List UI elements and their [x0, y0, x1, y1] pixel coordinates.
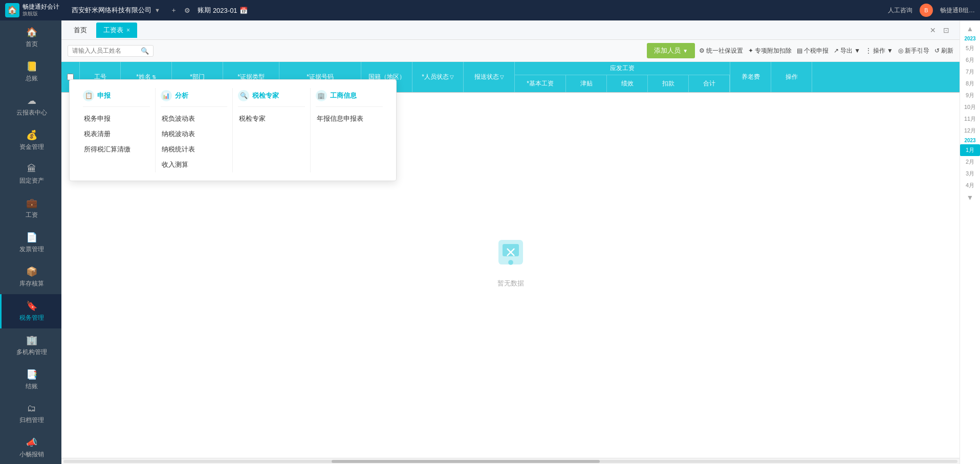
window-close-button[interactable]: ✕ — [928, 25, 938, 35]
toolbar-guide[interactable]: ◎ 新手引导 — [898, 47, 929, 55]
sidebar-item-home[interactable]: 🏠 首页 — [0, 20, 61, 55]
th-salary-group-label: 应发工资 — [515, 62, 730, 75]
timeline-month-10[interactable]: 10月 — [960, 101, 980, 113]
fund-icon: 💰 — [26, 129, 37, 141]
add-company-icon[interactable]: ＋ — [170, 6, 177, 15]
calendar-icon[interactable]: 📅 — [239, 7, 248, 14]
menu-item-tax-stats[interactable]: 纳税统计表 — [161, 142, 228, 157]
guide-toolbar-icon: ◎ — [898, 47, 903, 54]
assets-icon: 🏛 — [27, 164, 36, 174]
search-wrap: 🔍 — [68, 45, 154, 57]
menu-item-tax-declaration[interactable]: 税务申报 — [83, 111, 150, 126]
menu-section-tax-expert-title: 🔍 税检专家 — [238, 88, 305, 107]
export-label: 导出 — [840, 47, 853, 55]
multi-org-icon: 🏢 — [26, 335, 37, 346]
sidebar-item-invoice[interactable]: 📄 发票管理 — [0, 226, 61, 260]
sidebar-label-salary: 工资 — [26, 211, 38, 219]
menu-item-income-tax[interactable]: 所得税汇算清缴 — [83, 142, 150, 157]
add-person-dropdown-icon: ▼ — [683, 48, 688, 54]
company-selector[interactable]: 西安虾米网络科技有限公司 ▼ — [72, 6, 160, 15]
settings-icon[interactable]: ⚙ — [184, 7, 190, 14]
timeline-nav-down[interactable]: ▼ — [965, 191, 976, 204]
sidebar-label-close-accounts: 结账 — [26, 382, 38, 391]
timeline-month-6[interactable]: 6月 — [960, 54, 980, 66]
timeline-month-3[interactable]: 3月 — [960, 168, 980, 180]
sidebar-item-assets[interactable]: 🏛 固定资产 — [0, 158, 61, 191]
app-sub: 旗舰版 — [23, 10, 59, 17]
menu-item-tax-table[interactable]: 税表清册 — [83, 126, 150, 142]
sidebar-label-invoice: 发票管理 — [19, 245, 44, 254]
tabs-bar: 首页 工资表 × ✕ ⊡ — [61, 20, 960, 40]
timeline-month-9[interactable]: 9月 — [960, 90, 980, 101]
sidebar-item-ledger[interactable]: 📒 总账 — [0, 55, 61, 89]
filter-report-icon[interactable]: ▽ — [500, 74, 504, 80]
timeline-month-11[interactable]: 11月 — [960, 113, 980, 125]
sidebar-label-archive: 归档管理 — [19, 416, 44, 425]
tab-salary-sheet[interactable]: 工资表 × — [96, 23, 137, 38]
timeline-month-5[interactable]: 5月 — [960, 42, 980, 54]
sidebar-item-fund[interactable]: 💰 资金管理 — [0, 123, 61, 158]
tab-home[interactable]: 首页 — [67, 23, 94, 38]
bottom-scrollbar[interactable] — [61, 458, 960, 464]
toolbar-export[interactable]: ↗ 导出 ▼ — [834, 47, 860, 55]
declaration-section-icon: 📋 — [83, 90, 94, 101]
sidebar-item-multi-org[interactable]: 🏢 多机构管理 — [0, 328, 61, 363]
toolbar-tax-report[interactable]: ▤ 个税申报 — [797, 47, 829, 55]
toolbar-operations[interactable]: ⋮ 操作 ▼ — [865, 47, 893, 55]
th-performance: 绩效 — [607, 75, 648, 92]
sidebar-label-multi-org: 多机构管理 — [16, 348, 47, 357]
analysis-section-icon: 📊 — [161, 90, 172, 101]
tab-window-controls: ✕ ⊡ — [928, 25, 954, 35]
sidebar-item-inventory[interactable]: 📦 库存核算 — [0, 260, 61, 294]
biz-info-section-icon: 🏢 — [316, 90, 327, 101]
window-restore-button[interactable]: ⊡ — [941, 25, 951, 35]
timeline-month-2[interactable]: 2月 — [960, 156, 980, 168]
add-person-label: 添加人员 — [654, 46, 681, 55]
toolbar-social-security[interactable]: ⚙ 统一社保设置 — [699, 47, 743, 55]
logo-area: 🏠 畅捷通好会计 旗舰版 — [5, 3, 67, 17]
scroll-thumb[interactable] — [332, 460, 600, 463]
tab-close-icon[interactable]: × — [126, 27, 130, 34]
search-input[interactable] — [72, 47, 139, 54]
toolbar-special-deduct[interactable]: ✦ 专项附加扣除 — [748, 47, 792, 55]
salary-icon: 💼 — [26, 197, 37, 209]
menu-item-annual-report[interactable]: 年报信息申报表 — [316, 111, 383, 126]
tax-expert-section-icon: 🔍 — [238, 90, 249, 101]
add-person-button[interactable]: 添加人员 ▼ — [647, 43, 695, 58]
right-timeline-panel: ▲ 2023 5月 6月 7月 8月 9月 10月 11月 12月 2023 1… — [960, 20, 980, 464]
timeline-month-1[interactable]: 1月 — [960, 144, 980, 156]
menu-section-analysis-title: 📊 分析 — [161, 88, 228, 107]
timeline-month-7[interactable]: 7月 — [960, 66, 980, 78]
support-link[interactable]: 人工咨询 — [888, 6, 912, 15]
timeline-nav-up[interactable]: ▲ — [965, 23, 976, 35]
tab-home-label: 首页 — [74, 26, 87, 35]
sidebar-item-salary[interactable]: 💼 工资 — [0, 191, 61, 226]
filter-person-icon[interactable]: ▽ — [450, 74, 454, 80]
menu-item-income-calc[interactable]: 收入测算 — [161, 157, 228, 172]
sidebar-item-cloud-report[interactable]: ☁ 云报表中心 — [0, 89, 61, 123]
sidebar-item-close-accounts[interactable]: 📑 结账 — [0, 363, 61, 397]
logo-text-group: 畅捷通好会计 旗舰版 — [23, 3, 59, 17]
menu-item-tax-burden[interactable]: 税负波动表 — [161, 111, 228, 126]
toolbar-refresh[interactable]: ↺ 刷新 — [934, 47, 953, 55]
header-period: 账期 2023-01 📅 — [198, 6, 248, 15]
social-security-icon: ⚙ — [699, 47, 705, 54]
sidebar-item-archive[interactable]: 🗂 归档管理 — [0, 397, 61, 431]
sidebar-item-expense[interactable]: 📣 小畅报销 — [0, 431, 61, 464]
th-person-status: *人员状态 ▽ — [412, 62, 464, 92]
cloud-icon: ☁ — [27, 95, 36, 106]
sidebar: 🏠 首页 📒 总账 ☁ 云报表中心 💰 资金管理 🏛 固定资产 💼 工资 📄 发… — [0, 20, 61, 464]
special-deduct-label: 专项附加扣除 — [755, 47, 792, 55]
company-dropdown-arrow: ▼ — [155, 7, 160, 13]
user-name: 畅捷通B组… — [940, 6, 975, 15]
timeline-month-12[interactable]: 12月 — [960, 125, 980, 137]
sidebar-label-home: 首页 — [26, 40, 38, 49]
timeline-month-8[interactable]: 8月 — [960, 78, 980, 90]
scroll-track[interactable] — [63, 460, 957, 463]
sidebar-item-tax[interactable]: 🔖 税务管理 — [0, 294, 61, 328]
menu-item-tax-fluctuation[interactable]: 纳税波动表 — [161, 126, 228, 142]
guide-toolbar-label: 新手引导 — [905, 47, 929, 55]
user-avatar[interactable]: B — [920, 4, 933, 17]
menu-item-tax-expert[interactable]: 税检专家 — [238, 111, 305, 126]
timeline-month-4[interactable]: 4月 — [960, 180, 980, 191]
